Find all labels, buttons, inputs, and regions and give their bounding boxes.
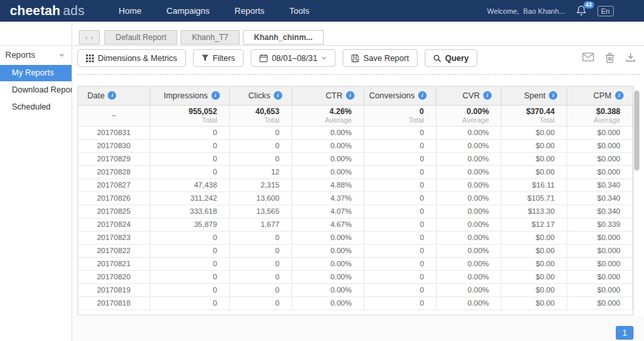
- trash-icon[interactable]: [605, 52, 614, 63]
- column-header-impressions[interactable]: Impressionsi: [150, 87, 229, 105]
- date-cell: 20170825: [78, 205, 150, 218]
- metric-cell: 0: [229, 296, 291, 310]
- sidebar-item-scheduled[interactable]: Scheduled: [0, 99, 72, 115]
- metric-cell: 0.00%: [291, 152, 364, 165]
- metric-cell: 0: [364, 191, 436, 205]
- funnel-icon: [202, 54, 209, 62]
- table-row: 20170826311,24213,6004.37%00.00%$105.71$…: [78, 191, 633, 205]
- date-cell: 20170828: [78, 165, 150, 178]
- date-cell: 20170822: [78, 244, 150, 257]
- metric-cell: 333,618: [150, 205, 229, 218]
- metric-cell: 0: [150, 126, 229, 139]
- nav-item-home[interactable]: Home: [119, 6, 142, 16]
- summary-kind-label: Total: [242, 116, 280, 125]
- tab-scroll-right-icon[interactable]: ›: [91, 34, 94, 41]
- tab-default-report[interactable]: Default Report: [104, 30, 177, 45]
- notifications-bell-icon[interactable]: 43: [576, 5, 587, 16]
- tab-khanh-chinm[interactable]: Khanh_chinm...: [243, 30, 324, 45]
- column-header-label: Conversions: [369, 91, 414, 100]
- query-label: Query: [445, 54, 469, 63]
- metric-cell: $0.000: [567, 165, 632, 178]
- metric-cell: $0.000: [567, 139, 632, 152]
- summary-value: $370.44: [513, 107, 555, 116]
- info-icon[interactable]: i: [418, 91, 427, 100]
- info-icon[interactable]: i: [549, 91, 557, 100]
- info-icon[interactable]: i: [211, 91, 220, 100]
- tab-khanh-t7[interactable]: Khanh_T7: [181, 30, 239, 45]
- info-icon[interactable]: i: [274, 91, 282, 100]
- welcome-user[interactable]: Welcome, Bao Khanh...: [487, 7, 565, 15]
- sidebar-item-my-reports[interactable]: My Reports: [0, 65, 72, 81]
- metric-cell: 0.00%: [291, 126, 364, 139]
- summary-row: –955,052Total40,653Total4.26%Average0Tot…: [78, 105, 633, 126]
- metric-cell: $0.00: [501, 296, 567, 310]
- dimensions-metrics-button[interactable]: Dimensions & Metrics: [77, 49, 186, 67]
- language-selector[interactable]: En: [597, 6, 614, 16]
- metric-cell: 0: [229, 231, 291, 244]
- metric-cell: $0.000: [567, 231, 632, 244]
- column-header-clicks[interactable]: Clicksi: [229, 87, 291, 105]
- tab-strip: ‹ › Default ReportKhanh_T7Khanh_chinm...: [73, 22, 644, 46]
- metric-cell: $0.339: [567, 218, 632, 231]
- email-icon[interactable]: [582, 52, 594, 63]
- column-header-wrap: Spenti: [511, 91, 557, 100]
- report-table-grid: DateiImpressionsiClicksiCTRiConversionsi…: [78, 87, 633, 310]
- metric-cell: 0.00%: [436, 205, 501, 218]
- info-icon[interactable]: i: [615, 91, 624, 100]
- column-header-label: CVR: [462, 91, 479, 100]
- filters-button[interactable]: Filters: [193, 49, 244, 67]
- summary-kind-label: Total: [376, 116, 424, 125]
- metric-cell: 0.00%: [291, 270, 364, 283]
- brand-logo[interactable]: cheetahads: [10, 3, 85, 18]
- tab-scroll-left-icon[interactable]: ‹: [85, 34, 88, 41]
- date-cell: 20170821: [78, 257, 150, 270]
- metric-cell: 0.00%: [436, 270, 501, 283]
- table-row: 20170831000.00%00.00%$0.00$0.000: [78, 126, 633, 139]
- table-row: 20170823000.00%00.00%$0.00$0.000: [78, 231, 633, 244]
- metric-cell: $0.00: [501, 270, 567, 283]
- pagination-page-1-button[interactable]: 1: [616, 326, 633, 340]
- metric-cell: 0.00%: [436, 296, 501, 310]
- column-header-date[interactable]: Datei: [78, 87, 150, 105]
- table-row: 20170825333,61813,5654.07%00.00%$113.30$…: [78, 205, 633, 218]
- column-header-label: CTR: [326, 91, 343, 100]
- summary-kind-label: Average: [304, 116, 352, 125]
- save-report-button[interactable]: Save Report: [343, 49, 417, 67]
- download-icon[interactable]: [626, 52, 635, 63]
- metric-cell: 0: [364, 139, 436, 152]
- metric-cell: 0.00%: [436, 231, 501, 244]
- info-icon[interactable]: i: [108, 91, 116, 100]
- sidebar-group-reports[interactable]: Reports: [0, 46, 72, 64]
- metric-cell: 0: [364, 126, 436, 139]
- column-header-wrap: CPMi: [576, 91, 624, 100]
- metric-cell: 2,315: [229, 178, 291, 191]
- summary-value: 0.00%: [448, 107, 489, 116]
- sidebar-item-download-report[interactable]: Download Report: [0, 82, 72, 98]
- query-button[interactable]: Query: [425, 49, 477, 67]
- metric-cell: $0.000: [567, 244, 632, 257]
- metric-cell: 0: [229, 257, 291, 270]
- column-header-conversions[interactable]: Conversionsi: [364, 87, 436, 105]
- metric-cell: 0: [150, 139, 229, 152]
- date-cell: 20170823: [78, 231, 150, 244]
- column-header-cvr[interactable]: CVRi: [436, 87, 501, 105]
- column-header-cpm[interactable]: CPMi: [567, 87, 632, 105]
- nav-item-tools[interactable]: Tools: [290, 6, 309, 16]
- metric-cell: 0: [364, 165, 436, 178]
- column-header-spent[interactable]: Spenti: [501, 87, 567, 105]
- metric-cell: $0.340: [567, 205, 632, 218]
- metric-cell: 0: [150, 231, 229, 244]
- info-icon[interactable]: i: [483, 91, 492, 100]
- info-icon[interactable]: i: [346, 91, 354, 100]
- metric-cell: $0.340: [567, 178, 632, 191]
- metric-cell: 0.00%: [291, 244, 364, 257]
- table-scrollbar-thumb[interactable]: [634, 90, 639, 170]
- nav-item-reports[interactable]: Reports: [234, 6, 265, 16]
- date-range-button[interactable]: 08/01–08/31: [251, 49, 336, 67]
- nav-item-campaigns[interactable]: Campaigns: [167, 6, 210, 16]
- metric-cell: 0.00%: [291, 165, 364, 178]
- column-header-ctr[interactable]: CTRi: [291, 87, 364, 105]
- main-menu: HomeCampaignsReportsTools: [119, 6, 309, 16]
- date-cell: 20170829: [78, 152, 150, 165]
- metric-cell: 0: [150, 165, 229, 178]
